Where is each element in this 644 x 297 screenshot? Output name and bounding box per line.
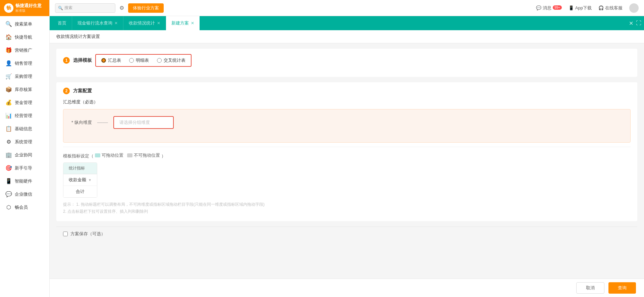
search-icon: 🔍 bbox=[58, 6, 63, 10]
sidebar-item-label: 快捷导航 bbox=[15, 34, 32, 40]
page-content: 收款情况统计方案设置 1 选择模板 汇总表 明细表 bbox=[50, 30, 644, 279]
sidebar-item-guide[interactable]: 🎯 新手引导 bbox=[0, 161, 49, 175]
tabbar-actions: ✕ ⛶ bbox=[629, 20, 644, 27]
tab-collection-stat-close[interactable]: ✕ bbox=[157, 21, 160, 26]
sidebar-item-sales[interactable]: 👤 销售管理 bbox=[0, 57, 49, 70]
dropdown-icon: ▼ bbox=[88, 178, 92, 182]
sidebar-item-label: 企业协同 bbox=[15, 152, 32, 158]
collection-amount-label: 收款金额 bbox=[69, 177, 86, 183]
step2-card: 2 方案配置 汇总维度（必选） * 纵向维度 —— 请选择分组维度 bbox=[56, 82, 637, 221]
industry-btn[interactable]: 体验行业方案 bbox=[128, 3, 164, 13]
sidebar-item-finance[interactable]: 💰 资金管理 bbox=[0, 96, 49, 109]
message-label: 消息 bbox=[543, 5, 551, 11]
message-badge: 99+ bbox=[553, 5, 562, 10]
sidebar-item-enterprise[interactable]: 🏢 企业协同 bbox=[0, 148, 49, 161]
fixed-legend-dot bbox=[127, 153, 132, 157]
tab-new-plan-label: 新建方案 bbox=[171, 20, 189, 26]
service-label: 在线客服 bbox=[605, 5, 623, 11]
sidebar-item-label: 经营管理 bbox=[15, 113, 32, 119]
sidebar-item-inventory[interactable]: 📦 库存核算 bbox=[0, 83, 49, 96]
sidebar-item-wechat[interactable]: 💬 企业微信 bbox=[0, 188, 49, 201]
tab-bank-flow-close[interactable]: ✕ bbox=[114, 21, 118, 26]
settings-icon[interactable]: ⚙ bbox=[119, 5, 124, 11]
content-body: 1 选择模板 汇总表 明细表 交叉统计表 bbox=[50, 43, 644, 279]
tabbar: 首页 现金银行流水查询 ✕ 收款情况统计 ✕ 新建方案 ✕ ✕ ⛶ bbox=[50, 16, 644, 30]
service-icon: 🎧 bbox=[598, 5, 604, 10]
sidebar-item-system[interactable]: ⚙ 系统管理 bbox=[0, 135, 49, 148]
divider bbox=[63, 147, 631, 147]
vertical-dimension-label: * 纵向维度 bbox=[71, 119, 92, 126]
radio-detail-input[interactable] bbox=[129, 58, 134, 63]
sidebar-item-label: 基础信息 bbox=[15, 126, 32, 132]
user-avatar[interactable] bbox=[629, 3, 639, 13]
radio-detail-label: 明细表 bbox=[136, 57, 149, 63]
fixed-legend-label: 不可拖动位置 bbox=[134, 152, 160, 158]
template-radio-group: 汇总表 明细表 交叉统计表 bbox=[95, 54, 192, 67]
member-icon: ⬡ bbox=[5, 204, 12, 210]
radio-cross-label: 交叉统计表 bbox=[164, 57, 185, 63]
service-btn[interactable]: 🎧 在线客服 bbox=[598, 5, 623, 11]
tips-section: 提示： 1. 拖动标题栏可以调整布局，不可跨维度或指标区域拖动栏目字段(只能在同… bbox=[63, 202, 631, 214]
sidebar-item-member[interactable]: ⬡ 畅会员 bbox=[0, 201, 49, 214]
tab-collection-stat-label: 收款情况统计 bbox=[129, 20, 155, 26]
step1-header: 1 选择模板 汇总表 明细表 交叉统计表 bbox=[63, 54, 631, 67]
sidebar-item-label: 营销推广 bbox=[15, 47, 32, 53]
metrics-section: 模板指标设定（ 可拖动位置 不可拖动位置 ） 统计指标 bbox=[63, 152, 631, 198]
building-icon: 🏢 bbox=[5, 152, 12, 158]
sidebar-item-search-menu[interactable]: 🔍 搜索菜单 bbox=[0, 17, 49, 31]
metrics-table: 统计指标 收款金额 ▼ 合计 bbox=[63, 162, 97, 198]
sidebar-item-label: 资金管理 bbox=[15, 100, 32, 106]
radio-summary[interactable]: 汇总表 bbox=[101, 57, 121, 63]
money-icon: 💰 bbox=[5, 99, 12, 106]
summary-dimension-section: 汇总维度（必选） * 纵向维度 —— 请选择分组维度 bbox=[63, 99, 631, 143]
gear-icon: ⚙ bbox=[5, 139, 12, 145]
dimension-arrow: —— bbox=[97, 119, 108, 126]
radio-summary-input[interactable] bbox=[101, 58, 106, 63]
metrics-collection-amount-cell[interactable]: 收款金额 ▼ bbox=[63, 174, 97, 186]
download-icon: 📱 bbox=[569, 5, 574, 10]
query-button[interactable]: 查询 bbox=[608, 282, 636, 294]
tab-new-plan[interactable]: 新建方案 ✕ bbox=[166, 16, 200, 30]
cancel-button[interactable]: 取消 bbox=[576, 282, 604, 294]
step2-badge: 2 bbox=[63, 88, 70, 94]
message-btn[interactable]: 💬 消息 99+ bbox=[536, 5, 562, 11]
tab-close-all-btn[interactable]: ✕ bbox=[629, 20, 633, 27]
sidebar-item-label: 销售管理 bbox=[15, 60, 32, 66]
step1-title: 选择模板 bbox=[73, 57, 92, 63]
chart-icon: 📊 bbox=[5, 112, 12, 119]
radio-detail[interactable]: 明细表 bbox=[129, 57, 149, 63]
logo-icon: 畅 bbox=[4, 3, 13, 13]
tab-collection-stat[interactable]: 收款情况统计 ✕ bbox=[123, 16, 166, 30]
sidebar-item-marketing[interactable]: 🎁 营销推广 bbox=[0, 44, 49, 57]
main-area: 🔍 搜索 ⚙ 体验行业方案 💬 消息 99+ 📱 App下载 🎧 在线客服 首页 bbox=[50, 0, 644, 297]
gift-icon: 🎁 bbox=[5, 47, 12, 53]
sidebar-item-hardware[interactable]: 📱 智能硬件 bbox=[0, 175, 49, 188]
dimension-row: * 纵向维度 —— 请选择分组维度 bbox=[71, 116, 622, 129]
download-btn[interactable]: 📱 App下载 bbox=[569, 5, 592, 11]
phone-icon: 📱 bbox=[5, 178, 12, 184]
sidebar: 畅 畅捷通好生意 标准版 🔍 搜索菜单 🏠 快捷导航 🎁 营销推广 👤 销售管理… bbox=[0, 0, 50, 297]
chat-icon: 💬 bbox=[5, 191, 12, 197]
radio-cross[interactable]: 交叉统计表 bbox=[157, 57, 185, 63]
tab-new-plan-close[interactable]: ✕ bbox=[191, 21, 194, 26]
sidebar-item-operations[interactable]: 📊 经营管理 bbox=[0, 109, 49, 122]
sidebar-logo: 畅 畅捷通好生意 标准版 bbox=[0, 0, 49, 16]
radio-cross-input[interactable] bbox=[157, 58, 162, 63]
metrics-subtotal: 合计 bbox=[63, 186, 97, 197]
sidebar-item-basic-info[interactable]: 📋 基础信息 bbox=[0, 122, 49, 135]
save-plan-checkbox[interactable] bbox=[63, 232, 68, 236]
tab-home[interactable]: 首页 bbox=[52, 16, 72, 30]
dimension-selector[interactable]: 请选择分组维度 bbox=[113, 116, 174, 129]
tab-bank-flow[interactable]: 现金银行流水查询 ✕ bbox=[72, 16, 123, 30]
page-title: 收款情况统计方案设置 bbox=[50, 30, 644, 43]
home-icon: 🏠 bbox=[5, 34, 12, 40]
logo-badge: 标准版 bbox=[15, 8, 42, 13]
step1-badge: 1 bbox=[63, 57, 70, 64]
tab-expand-btn[interactable]: ⛶ bbox=[636, 20, 641, 26]
search-input[interactable]: 🔍 搜索 bbox=[55, 3, 115, 13]
sidebar-item-purchase[interactable]: 🛒 采购管理 bbox=[0, 70, 49, 83]
dimension-area: * 纵向维度 —— 请选择分组维度 bbox=[63, 109, 631, 143]
sidebar-item-quick-nav[interactable]: 🏠 快捷导航 bbox=[0, 31, 49, 44]
step1-card: 1 选择模板 汇总表 明细表 交叉统计表 bbox=[56, 49, 637, 77]
metrics-legend: 模板指标设定（ 可拖动位置 不可拖动位置 ） bbox=[63, 152, 631, 159]
